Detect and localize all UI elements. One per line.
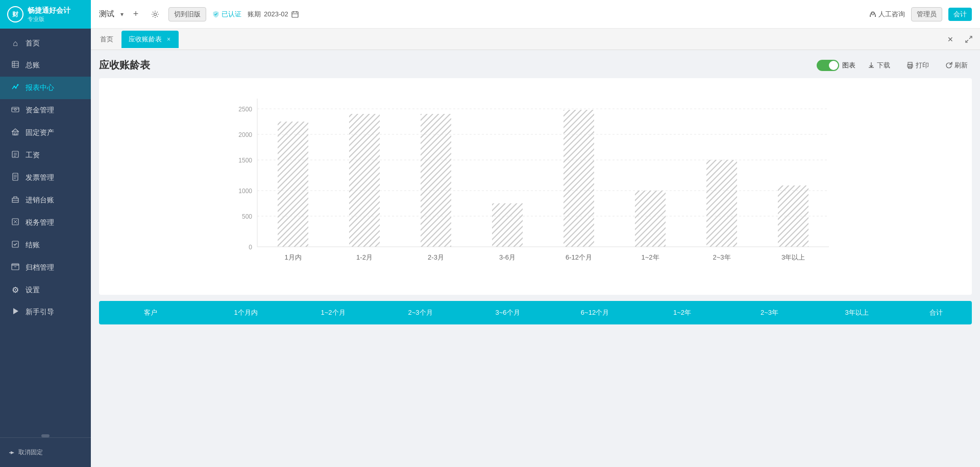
sidebar-item-label: 新手引导 (26, 308, 54, 317)
cancel-fixed-button[interactable]: 取消固定 (0, 443, 91, 462)
bar-1-2-month (349, 114, 380, 247)
th-customer: 客户 (99, 301, 202, 324)
bar-chart-svg: 0 500 1000 1500 2000 2500 1月内 1-2月 (109, 88, 957, 283)
sidebar-item-label: 总账 (26, 61, 40, 70)
chart-toggle-wrap: 图表 (817, 60, 855, 71)
svg-point-8 (17, 84, 19, 86)
table-container: 客户 1个月内 1~2个月 2~3个月 3~6个月 6~12个月 1~2年 2~… (99, 301, 972, 324)
sidebar-item-label: 工资 (26, 151, 40, 160)
svg-marker-33 (11, 451, 14, 454)
chart-toggle-switch[interactable] (817, 60, 839, 71)
svg-rect-41 (875, 15, 876, 17)
tab-ar-aging-close[interactable]: × (166, 35, 172, 44)
bar-6-12-month (564, 110, 594, 247)
svg-text:1月内: 1月内 (284, 253, 301, 261)
sidebar-item-invoice[interactable]: 发票管理 (0, 167, 91, 189)
bar-2-3-month (421, 114, 451, 247)
bar-2-3-year (706, 160, 737, 247)
sidebar-item-label: 报表中心 (26, 83, 54, 92)
print-icon (906, 62, 914, 69)
svg-line-42 (969, 36, 972, 39)
shield-icon (212, 11, 219, 18)
sidebar-item-archive[interactable]: 归档管理 (0, 256, 91, 279)
add-workspace-button[interactable]: + (130, 8, 142, 20)
svg-point-7 (15, 87, 17, 89)
home-icon: ⌂ (10, 39, 20, 48)
tab-bar: 首页 应收账龄表 × ✕ (91, 29, 980, 50)
tab-ar-aging-label: 应收账龄表 (129, 35, 162, 44)
sidebar-item-guide[interactable]: 新手引导 (0, 301, 91, 323)
sidebar-item-payroll[interactable]: 工资 (0, 144, 91, 167)
svg-text:1-2月: 1-2月 (356, 253, 373, 261)
th-3plus: 3年以上 (813, 301, 900, 324)
sidebar-item-label: 设置 (26, 286, 40, 295)
sidebar-item-label: 首页 (26, 39, 40, 48)
sidebar-item-assets[interactable]: 固定资产 (0, 122, 91, 144)
tax-icon (10, 218, 20, 228)
th-6-12month: 6~12个月 (551, 301, 639, 324)
tab-home[interactable]: 首页 (93, 31, 120, 48)
refresh-button[interactable]: 刷新 (941, 59, 972, 72)
calendar-icon[interactable] (291, 11, 299, 18)
cancel-fixed-label: 取消固定 (18, 448, 43, 457)
sidebar-item-label: 结账 (26, 241, 40, 250)
svg-text:6-12个月: 6-12个月 (566, 253, 592, 261)
role-button[interactable]: 会计 (948, 8, 972, 21)
settings-icon: ⚙ (10, 285, 20, 295)
svg-text:3年以上: 3年以上 (781, 253, 805, 261)
svg-text:财: 财 (12, 11, 19, 18)
close-window-button[interactable]: ✕ (943, 32, 958, 46)
sidebar-item-reports[interactable]: 报表中心 (0, 77, 91, 99)
workspace-settings-button[interactable] (148, 7, 162, 21)
th-1-2month: 1~2个月 (289, 301, 377, 324)
sidebar-item-home[interactable]: ⌂ 首页 (0, 33, 91, 54)
sidebar-item-funds[interactable]: 资金管理 (0, 99, 91, 122)
gear-icon (151, 10, 159, 18)
th-2-3year: 2~3年 (726, 301, 813, 324)
sidebar-item-label: 固定资产 (26, 128, 54, 137)
old-version-button[interactable]: 切到旧版 (168, 7, 206, 21)
svg-text:3-6月: 3-6月 (499, 253, 516, 261)
user-button[interactable]: 管理员 (911, 7, 942, 21)
table-header: 客户 1个月内 1~2个月 2~3个月 3~6个月 6~12个月 1~2年 2~… (99, 301, 972, 324)
svg-text:500: 500 (242, 213, 252, 220)
expand-window-button[interactable] (962, 32, 976, 46)
print-button[interactable]: 打印 (902, 59, 933, 72)
tab-ar-aging[interactable]: 应收账龄表 × (121, 31, 179, 48)
support-button[interactable]: 人工咨询 (869, 10, 905, 19)
svg-rect-35 (292, 12, 298, 17)
sidebar-item-settings[interactable]: ⚙ 设置 (0, 279, 91, 301)
svg-text:2500: 2500 (238, 106, 252, 113)
sidebar-logo: 财 畅捷通好会计 专业版 (0, 0, 91, 29)
svg-text:1~2年: 1~2年 (641, 253, 659, 261)
app-logo-text: 畅捷通好会计 专业版 (28, 6, 70, 23)
closing-icon (10, 240, 20, 250)
svg-rect-9 (12, 107, 19, 112)
page-actions: 图表 下载 打印 (817, 59, 972, 72)
page-content: 应收账龄表 图表 下载 (91, 50, 980, 467)
refresh-icon (945, 62, 952, 69)
sidebar-item-closing[interactable]: 结账 (0, 234, 91, 256)
svg-text:1000: 1000 (238, 188, 252, 195)
sidebar-item-tax[interactable]: 税务管理 (0, 212, 91, 234)
th-3-6month: 3~6个月 (464, 301, 551, 324)
svg-rect-40 (870, 15, 871, 17)
svg-point-47 (911, 65, 912, 66)
workspace-dropdown-icon[interactable]: ▾ (120, 11, 124, 18)
page-header: 应收账龄表 图表 下载 (99, 58, 972, 72)
archive-icon (10, 263, 20, 273)
app-logo-icon: 财 (7, 6, 23, 22)
download-button[interactable]: 下载 (864, 59, 894, 72)
sidebar-bottom: 取消固定 (0, 437, 91, 467)
sidebar-item-inventory[interactable]: 进销台账 (0, 189, 91, 212)
bar-3-6-month (492, 203, 523, 247)
sidebar-item-ledger[interactable]: 总账 (0, 54, 91, 77)
svg-point-6 (14, 86, 15, 87)
assets-icon (10, 128, 20, 138)
workspace-title: 测试 (99, 9, 114, 19)
inventory-icon (10, 195, 20, 205)
headset-icon (869, 11, 876, 18)
th-2-3month: 2~3个月 (377, 301, 464, 324)
svg-text:2~3年: 2~3年 (713, 253, 730, 261)
svg-rect-13 (14, 133, 16, 135)
